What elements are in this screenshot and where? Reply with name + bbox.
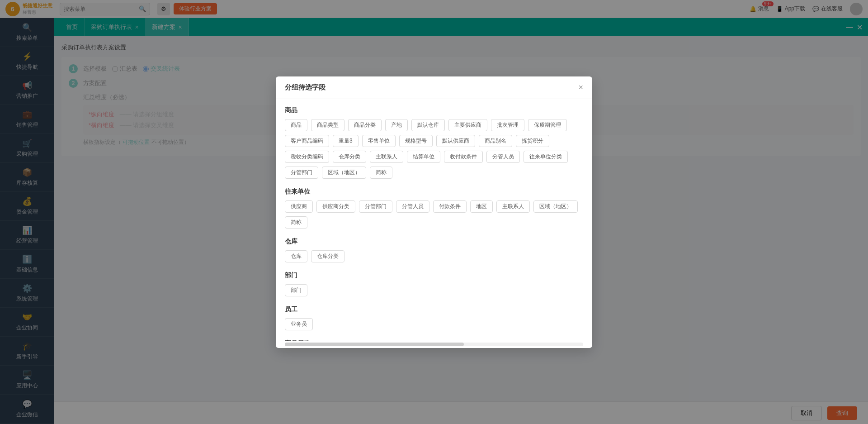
field-chip-goods-3[interactable]: 产地 [385, 119, 408, 131]
section-dept: 部门部门 [285, 272, 583, 296]
field-chip-goods-6[interactable]: 批次管理 [491, 119, 524, 131]
field-chip-partners-3[interactable]: 分管人员 [396, 200, 429, 213]
field-chip-goods-5[interactable]: 主要供应商 [448, 119, 487, 131]
field-chip-goods-4[interactable]: 默认仓库 [411, 119, 445, 131]
field-chip-partners-1[interactable]: 供应商分类 [316, 200, 355, 213]
horizontal-scrollbar[interactable] [285, 343, 583, 346]
field-chip-partners-2[interactable]: 分管部门 [359, 200, 392, 213]
section-title-partners: 往来单位 [285, 188, 583, 196]
field-grid-warehouse: 仓库仓库分类 [285, 250, 583, 262]
field-grid-dept: 部门 [285, 284, 583, 296]
modal-title: 分组待选字段 [285, 83, 326, 92]
field-chip-goods-9[interactable]: 重量3 [333, 135, 359, 147]
section-goods: 商品商品商品类型商品分类产地默认仓库主要供应商批次管理保质期管理客户商品编码重量… [285, 106, 583, 179]
field-chip-goods-15[interactable]: 税收分类编码 [285, 151, 329, 163]
field-chip-partners-7[interactable]: 区域（地区） [533, 200, 578, 213]
field-chip-goods-14[interactable]: 拣货积分 [516, 135, 549, 147]
field-chip-goods-18[interactable]: 结算单位 [407, 151, 440, 163]
modal-close-button[interactable]: × [578, 83, 583, 92]
section-partners: 往来单位供应商供应商分类分管部门分管人员付款条件地区主联系人区域（地区）简称 [285, 188, 583, 229]
section-title-warehouse: 仓库 [285, 238, 583, 246]
field-chip-goods-10[interactable]: 零售单位 [362, 135, 396, 147]
field-chip-goods-7[interactable]: 保质期管理 [528, 119, 567, 131]
field-chip-goods-17[interactable]: 主联系人 [370, 151, 403, 163]
section-title-employee: 员工 [285, 305, 583, 314]
field-chip-partners-6[interactable]: 主联系人 [496, 200, 530, 213]
section-title-goods: 商品 [285, 106, 583, 114]
modal-body[interactable]: 商品商品商品类型商品分类产地默认仓库主要供应商批次管理保质期管理客户商品编码重量… [276, 99, 592, 341]
section-title-product_attr: 商品属性 [285, 339, 583, 341]
field-chip-employee-0[interactable]: 业务员 [285, 318, 313, 330]
section-title-dept: 部门 [285, 272, 583, 280]
modal-dialog: 分组待选字段 × 商品商品商品类型商品分类产地默认仓库主要供应商批次管理保质期管… [276, 76, 592, 348]
modal-header: 分组待选字段 × [276, 76, 592, 99]
modal-overlay: 分组待选字段 × 商品商品商品类型商品分类产地默认仓库主要供应商批次管理保质期管… [0, 0, 868, 424]
field-chip-warehouse-0[interactable]: 仓库 [285, 250, 307, 262]
field-chip-dept-0[interactable]: 部门 [285, 284, 307, 296]
section-warehouse: 仓库仓库仓库分类 [285, 238, 583, 262]
field-chip-goods-22[interactable]: 分管部门 [285, 167, 318, 179]
field-chip-goods-1[interactable]: 商品类型 [311, 119, 344, 131]
field-chip-goods-19[interactable]: 收付款条件 [444, 151, 483, 163]
field-chip-goods-24[interactable]: 简称 [370, 167, 392, 179]
section-employee: 员工业务员 [285, 305, 583, 330]
field-grid-partners: 供应商供应商分类分管部门分管人员付款条件地区主联系人区域（地区）简称 [285, 200, 583, 229]
field-chip-warehouse-1[interactable]: 仓库分类 [311, 250, 344, 262]
field-chip-goods-21[interactable]: 往来单位分类 [524, 151, 568, 163]
section-product_attr: 商品属性属性颜色多规格尺码鞋码1 [285, 339, 583, 341]
field-chip-goods-0[interactable]: 商品 [285, 119, 307, 131]
field-chip-goods-20[interactable]: 分管人员 [486, 151, 520, 163]
field-grid-employee: 业务员 [285, 318, 583, 330]
field-chip-goods-2[interactable]: 商品分类 [348, 119, 382, 131]
field-grid-goods: 商品商品类型商品分类产地默认仓库主要供应商批次管理保质期管理客户商品编码重量3零… [285, 119, 583, 179]
field-chip-partners-5[interactable]: 地区 [470, 200, 493, 213]
field-chip-goods-16[interactable]: 仓库分类 [333, 151, 366, 163]
field-chip-goods-8[interactable]: 客户商品编码 [285, 135, 329, 147]
field-chip-goods-23[interactable]: 区域（地区） [322, 167, 366, 179]
field-chip-partners-8[interactable]: 简称 [285, 216, 307, 229]
field-chip-goods-13[interactable]: 商品别名 [479, 135, 512, 147]
field-chip-partners-0[interactable]: 供应商 [285, 200, 313, 213]
field-chip-goods-12[interactable]: 默认供应商 [436, 135, 475, 147]
scrollbar-thumb [285, 343, 464, 346]
field-chip-partners-4[interactable]: 付款条件 [433, 200, 467, 213]
field-chip-goods-11[interactable]: 规格型号 [399, 135, 433, 147]
